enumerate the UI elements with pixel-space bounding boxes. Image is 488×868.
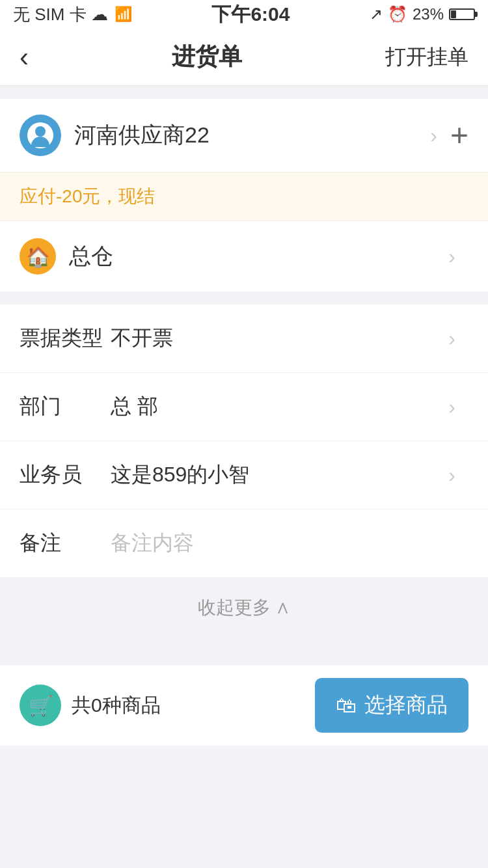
product-count-text: 共0种商品 <box>72 692 161 719</box>
back-button[interactable]: ‹ <box>20 44 29 71</box>
status-right: ↗ ⏰ 23% <box>370 5 475 23</box>
sim-label: 无 SIM 卡 ☁ <box>13 3 108 26</box>
department-chevron-icon: › <box>448 395 455 419</box>
ticket-type-row[interactable]: 票据类型 不开票 › <box>0 305 488 373</box>
remark-input[interactable]: 备注内容 <box>111 529 468 558</box>
wifi-icon: 📶 <box>115 6 132 23</box>
gap1 <box>0 86 488 99</box>
salesman-chevron-icon: › <box>448 463 455 487</box>
battery-icon <box>449 8 475 20</box>
supplier-chevron-icon: › <box>430 124 437 148</box>
status-left: 无 SIM 卡 ☁ 📶 <box>13 3 132 26</box>
supplier-row[interactable]: 河南供应商22 › + <box>0 99 488 172</box>
location-icon: ↗ <box>370 5 383 23</box>
notice-text: 应付-20元，现结 <box>20 186 155 206</box>
collapse-toggle-label: 收起更多 ∧ <box>198 595 291 620</box>
add-supplier-button[interactable]: + <box>450 120 468 151</box>
select-product-label: 选择商品 <box>364 691 448 720</box>
ticket-type-label: 票据类型 <box>20 324 111 353</box>
ticket-type-chevron-icon: › <box>448 327 455 351</box>
department-row[interactable]: 部门 总 部 › <box>0 373 488 441</box>
warehouse-chevron-icon: › <box>448 245 455 269</box>
remark-label: 备注 <box>20 529 111 558</box>
status-bar: 无 SIM 卡 ☁ 📶 下午6:04 ↗ ⏰ 23% <box>0 0 488 29</box>
salesman-value: 这是859的小智 <box>111 461 448 489</box>
product-icon: 🛒 <box>20 685 61 726</box>
warehouse-name: 总仓 <box>69 241 448 271</box>
page-title: 进货单 <box>172 41 242 73</box>
select-product-icon: 🛍 <box>336 694 357 718</box>
warehouse-row[interactable]: 🏠 总仓 › <box>0 221 488 292</box>
product-count-area: 🛒 共0种商品 <box>20 685 161 726</box>
ticket-type-value: 不开票 <box>111 324 448 353</box>
salesman-row[interactable]: 业务员 这是859的小智 › <box>0 441 488 509</box>
status-time: 下午6:04 <box>211 1 290 28</box>
page-background <box>0 746 488 868</box>
open-pending-button[interactable]: 打开挂单 <box>385 43 468 72</box>
department-value: 总 部 <box>111 392 448 421</box>
supplier-avatar <box>20 115 61 156</box>
bottom-bar: 🛒 共0种商品 🛍 选择商品 <box>0 664 488 746</box>
notice-banner: 应付-20元，现结 <box>0 172 488 221</box>
collapse-toggle[interactable]: 收起更多 ∧ <box>0 577 488 638</box>
supplier-name: 河南供应商22 <box>74 120 430 150</box>
select-product-button[interactable]: 🛍 选择商品 <box>315 678 468 733</box>
alarm-icon: ⏰ <box>388 5 407 23</box>
gap2 <box>0 638 488 651</box>
salesman-label: 业务员 <box>20 461 111 489</box>
department-label: 部门 <box>20 392 111 421</box>
battery-percent: 23% <box>413 5 444 23</box>
nav-bar: ‹ 进货单 打开挂单 <box>0 29 488 86</box>
remark-row[interactable]: 备注 备注内容 <box>0 509 488 577</box>
supplier-section: 河南供应商22 › + 应付-20元，现结 🏠 总仓 › <box>0 99 488 292</box>
warehouse-icon: 🏠 <box>20 238 56 275</box>
form-section: 票据类型 不开票 › 部门 总 部 › 业务员 这是859的小智 › 备注 备注… <box>0 305 488 577</box>
